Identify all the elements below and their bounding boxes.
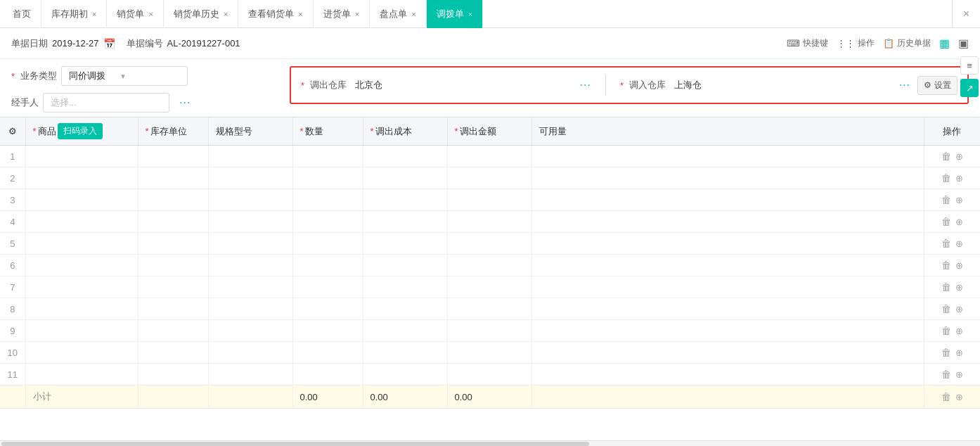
copy-icon[interactable]: ⊕ (955, 304, 963, 314)
copy-icon[interactable]: ⊕ (955, 282, 963, 293)
shortcut-button[interactable]: ⌨ 快捷键 (787, 37, 828, 49)
tab-view-sales[interactable]: 查看销货单 × (238, 0, 313, 28)
tab-inventory-init[interactable]: 库存期初 × (41, 0, 107, 28)
copy-icon[interactable]: ⊕ (955, 369, 963, 380)
copy-icon[interactable]: ⊕ (955, 217, 963, 227)
cell-cost[interactable] (363, 167, 447, 189)
cell-cost[interactable] (363, 233, 447, 255)
delete-icon[interactable]: 🗑 (941, 260, 951, 271)
delete-icon[interactable]: 🗑 (941, 238, 951, 249)
delete-icon[interactable]: 🗑 (941, 281, 951, 293)
delete-icon[interactable]: 🗑 (941, 194, 951, 205)
cell-product[interactable] (25, 211, 138, 233)
delete-icon[interactable]: 🗑 (941, 369, 951, 380)
tab-view-sales-close[interactable]: × (298, 10, 302, 18)
gear-icon[interactable]: ⚙ (8, 126, 17, 136)
cell-spec (208, 189, 292, 211)
tab-sales-order-close[interactable]: × (148, 10, 153, 18)
tab-transfer-order-close[interactable]: × (468, 10, 472, 18)
cell-qty[interactable] (292, 189, 363, 211)
copy-icon[interactable]: ⊕ (955, 238, 963, 249)
delete-icon[interactable]: 🗑 (941, 172, 951, 184)
cell-product[interactable] (25, 320, 138, 342)
cell-cost[interactable] (363, 364, 447, 386)
copy-icon[interactable]: ⊕ (955, 260, 963, 271)
cell-qty[interactable] (292, 320, 363, 342)
copy-icon[interactable]: ⊕ (955, 173, 963, 184)
handler-dropdown[interactable]: 选择... (43, 93, 169, 113)
scan-btn[interactable]: 扫码录入 (58, 123, 103, 139)
close-window-button[interactable]: × (952, 0, 980, 28)
cell-qty[interactable] (292, 364, 363, 386)
settings-button[interactable]: ⚙ 设置 (917, 76, 958, 95)
calendar-icon[interactable]: 📅 (103, 38, 115, 49)
cell-qty[interactable] (292, 342, 363, 364)
business-type-dropdown[interactable]: 同价调拨 ▼ (61, 66, 188, 86)
cell-unit (138, 146, 208, 167)
cell-qty[interactable] (292, 298, 363, 320)
copy-icon[interactable]: ⊕ (955, 151, 963, 162)
cell-product[interactable] (25, 146, 138, 167)
tab-home[interactable]: 首页 (0, 0, 41, 28)
tab-sales-order[interactable]: 销货单 × (107, 0, 163, 28)
tab-inventory-init-close[interactable]: × (92, 10, 96, 18)
tab-purchase-order-close[interactable]: × (355, 10, 359, 18)
sidebar-list-icon[interactable]: ≡ (960, 56, 979, 75)
cell-qty[interactable] (292, 146, 363, 167)
tab-sales-history-close[interactable]: × (224, 10, 228, 18)
row-number: 7 (0, 276, 25, 298)
tab-sales-history[interactable]: 销货单历史 × (164, 0, 238, 28)
cell-unit (138, 255, 208, 276)
delete-icon[interactable]: 🗑 (941, 216, 951, 227)
copy-icon[interactable]: ⊕ (955, 348, 963, 358)
cell-cost[interactable] (363, 320, 447, 342)
grid-view-2-button[interactable]: ▣ (958, 37, 969, 50)
cell-product[interactable] (25, 298, 138, 320)
cell-qty[interactable] (292, 255, 363, 276)
delete-icon[interactable]: 🗑 (941, 303, 951, 314)
copy-icon[interactable]: ⊕ (955, 326, 963, 336)
delete-icon[interactable]: 🗑 (941, 151, 951, 162)
delete-icon[interactable]: 🗑 (941, 347, 951, 358)
cell-cost[interactable] (363, 298, 447, 320)
cell-cost[interactable] (363, 276, 447, 298)
tab-inventory-count[interactable]: 盘点单 × (370, 0, 426, 28)
main-content: 单据日期 2019-12-27 📅 单据编号 AL-20191227-001 ⌨… (0, 28, 980, 446)
operation-button[interactable]: ⋮⋮ 操作 (837, 37, 875, 49)
cell-spec (208, 233, 292, 255)
history-button[interactable]: 📋 历史单据 (883, 37, 931, 49)
cell-qty[interactable] (292, 276, 363, 298)
tab-transfer-order[interactable]: 调拨单 × (427, 0, 483, 28)
tab-inventory-count-close[interactable]: × (411, 10, 415, 18)
cell-product[interactable] (25, 364, 138, 386)
subtotal-copy-icon[interactable]: ⊕ (955, 392, 963, 402)
cell-cost[interactable] (363, 189, 447, 211)
cell-cost[interactable] (363, 146, 447, 167)
scrollbar-area[interactable] (0, 440, 980, 446)
cell-product[interactable] (25, 167, 138, 189)
delete-icon[interactable]: 🗑 (941, 325, 951, 336)
source-warehouse-more-button[interactable]: ··· (580, 79, 591, 91)
sidebar-export-icon[interactable]: ↗ (960, 79, 979, 97)
cell-cost[interactable] (363, 342, 447, 364)
handler-more-button[interactable]: ··· (179, 96, 191, 109)
cell-available (531, 233, 924, 255)
cell-product[interactable] (25, 276, 138, 298)
tab-purchase-order[interactable]: 进货单 × (314, 0, 370, 28)
cell-product[interactable] (25, 255, 138, 276)
cell-qty[interactable] (292, 167, 363, 189)
grid-view-1-button[interactable]: ▦ (939, 37, 950, 50)
target-warehouse-more-button[interactable]: ··· (899, 79, 910, 91)
cell-cost[interactable] (363, 211, 447, 233)
cell-product[interactable] (25, 233, 138, 255)
scrollbar-thumb[interactable] (1, 442, 589, 446)
grid-view-2-icon: ▣ (958, 37, 969, 50)
cell-product[interactable] (25, 342, 138, 364)
cell-qty[interactable] (292, 233, 363, 255)
copy-icon[interactable]: ⊕ (955, 195, 963, 205)
cell-cost[interactable] (363, 255, 447, 276)
cell-qty[interactable] (292, 211, 363, 233)
cell-product[interactable] (25, 189, 138, 211)
warehouse-divider (605, 75, 606, 96)
subtotal-delete-icon[interactable]: 🗑 (941, 391, 951, 402)
